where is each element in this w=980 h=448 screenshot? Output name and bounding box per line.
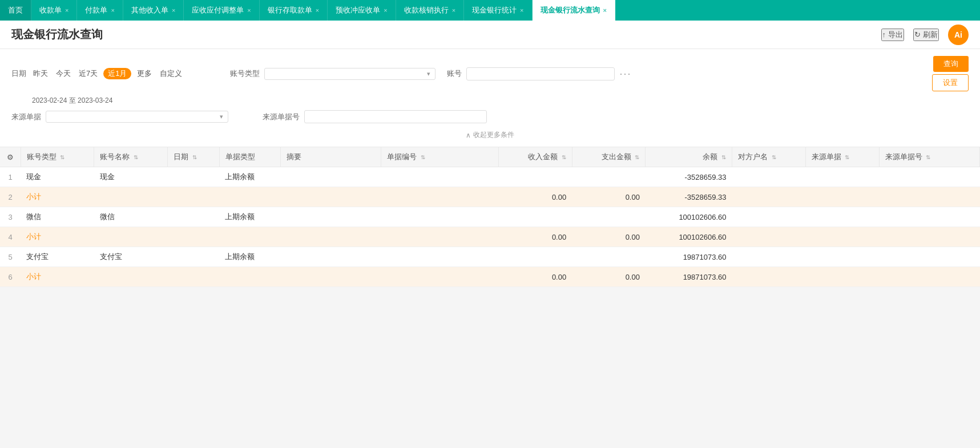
sort-icon: ⇅: [772, 154, 776, 160]
nav-item-fukuan[interactable]: 付款单 ×: [77, 0, 123, 21]
sort-icon: ⇅: [926, 154, 930, 160]
table-cell: 6: [0, 267, 21, 287]
col-doc-type[interactable]: 单据类型: [219, 147, 280, 167]
nav-item-bank-deposit[interactable]: 银行存取款单 ×: [260, 0, 328, 21]
nav-item-yingshou-adjust[interactable]: 应收应付调整单 ×: [184, 0, 259, 21]
nav-item-hexiao[interactable]: 收款核销执行 ×: [396, 0, 464, 21]
nav-close-icon[interactable]: ×: [384, 7, 387, 14]
table-cell: [168, 187, 220, 207]
shortcut-1month[interactable]: 近1月: [103, 68, 131, 79]
table-cell: [879, 207, 979, 227]
table-cell: [498, 247, 572, 267]
settings-icon[interactable]: ⚙: [7, 153, 14, 162]
col-expense[interactable]: 支出金额 ⇅: [572, 147, 646, 167]
nav-yushou-label: 预收冲应收单: [336, 5, 380, 15]
source-doc-select[interactable]: ▾: [46, 111, 228, 123]
col-balance-label: 余额: [703, 152, 717, 161]
ai-avatar[interactable]: Ai: [948, 25, 969, 45]
nav-item-other-income[interactable]: 其他收入单 ×: [123, 0, 184, 21]
table-cell: 上期余额: [219, 167, 280, 187]
shortcut-yesterday[interactable]: 昨天: [31, 68, 50, 79]
nav-item-yushou[interactable]: 预收冲应收单 ×: [328, 0, 396, 21]
source-doc-chevron: ▾: [220, 113, 223, 120]
col-income[interactable]: 收入金额 ⇅: [498, 147, 572, 167]
shortcut-more[interactable]: 更多: [135, 68, 154, 79]
table-cell: [94, 267, 168, 287]
table-cell: 现金: [94, 167, 168, 187]
table-cell: 0.00: [498, 267, 572, 287]
date-range-display: 2023-02-24 至 2023-03-24: [30, 96, 969, 106]
table-cell: [381, 167, 499, 187]
table-cell: 微信: [94, 207, 168, 227]
account-type-label: 账号类型: [230, 68, 260, 79]
sort-icon: ⇅: [562, 154, 566, 160]
nav-close-icon[interactable]: ×: [316, 7, 319, 14]
nav-close-icon[interactable]: ×: [452, 7, 455, 14]
nav-close-icon[interactable]: ×: [65, 7, 68, 14]
account-type-filter-group: 账号类型 ▾: [230, 68, 435, 80]
nav-close-icon[interactable]: ×: [247, 7, 251, 14]
table-cell: [219, 227, 280, 247]
table-cell: 小计: [21, 187, 94, 207]
shortcut-custom[interactable]: 自定义: [158, 68, 184, 79]
refresh-button[interactable]: ↻ 刷新: [913, 29, 939, 41]
sort-icon: ⇅: [845, 154, 849, 160]
account-filter-group: 账号 ···: [447, 67, 631, 80]
col-date-label: 日期: [174, 152, 188, 161]
table-cell: 上期余额: [219, 207, 280, 227]
col-doc-no[interactable]: 单据编号 ⇅: [381, 147, 499, 167]
table-cell: 小计: [21, 227, 94, 247]
table-row[interactable]: 2小计0.000.00-3528659.33: [0, 187, 980, 207]
collapse-bar[interactable]: ∧ 收起更多条件: [11, 128, 969, 140]
table-cell: [498, 207, 572, 227]
table-cell: [381, 267, 499, 287]
account-type-select[interactable]: ▾: [264, 68, 435, 80]
table-row[interactable]: 5支付宝支付宝上期余额19871073.60: [0, 247, 980, 267]
table-row[interactable]: 4小计0.000.00100102606.60: [0, 227, 980, 247]
more-icon[interactable]: ···: [619, 68, 631, 80]
col-source-doc-no[interactable]: 来源单据号 ⇅: [879, 147, 979, 167]
table-cell: [805, 167, 879, 187]
col-counterpart-label: 对方户名: [738, 152, 768, 161]
query-button[interactable]: 查询: [933, 56, 969, 72]
col-summary-label: 摘要: [287, 152, 301, 161]
table-cell: [879, 187, 979, 207]
nav-other-income-label: 其他收入单: [131, 5, 168, 15]
nav-close-icon[interactable]: ×: [172, 7, 175, 14]
table-cell: [732, 187, 806, 207]
table-cell: [280, 207, 381, 227]
table-cell: 100102606.60: [646, 207, 732, 227]
nav-close-icon[interactable]: ×: [520, 7, 523, 14]
nav-item-stats[interactable]: 现金银行统计 ×: [464, 0, 532, 21]
nav-item-home[interactable]: 首页: [0, 0, 31, 21]
nav-close-icon[interactable]: ×: [603, 7, 607, 14]
table-row[interactable]: 3微信微信上期余额100102606.60: [0, 207, 980, 227]
nav-item-shoukuan[interactable]: 收款单 ×: [31, 0, 77, 21]
page-title: 现金银行流水查询: [11, 27, 103, 42]
table-cell: [572, 207, 646, 227]
col-summary[interactable]: 摘要: [280, 147, 381, 167]
table-cell: [805, 187, 879, 207]
col-account-name[interactable]: 账号名称 ⇅: [94, 147, 168, 167]
col-doc-type-label: 单据类型: [225, 152, 255, 161]
shortcut-today[interactable]: 今天: [54, 68, 73, 79]
nav-item-flow[interactable]: 现金银行流水查询 ×: [533, 0, 615, 21]
export-button[interactable]: ↑ 导出: [881, 29, 905, 41]
col-settings[interactable]: ⚙: [0, 147, 21, 167]
shortcut-7days[interactable]: 近7天: [76, 68, 100, 79]
source-doc-no-input[interactable]: [304, 110, 487, 123]
account-input[interactable]: [466, 67, 615, 80]
nav-hexiao-label: 收款核销执行: [404, 5, 449, 15]
col-counterpart[interactable]: 对方户名 ⇅: [732, 147, 806, 167]
table-row[interactable]: 6小计0.000.0019871073.60: [0, 267, 980, 287]
col-source-doc[interactable]: 来源单据 ⇅: [805, 147, 879, 167]
table-cell: 1: [0, 167, 21, 187]
nav-close-icon[interactable]: ×: [111, 7, 114, 14]
col-balance[interactable]: 余额 ⇅: [646, 147, 732, 167]
col-account-type[interactable]: 账号类型 ⇅: [21, 147, 94, 167]
table-cell: 上期余额: [219, 247, 280, 267]
table-row[interactable]: 1现金现金上期余额-3528659.33: [0, 167, 980, 187]
settings-button[interactable]: 设置: [932, 74, 969, 91]
col-date[interactable]: 日期 ⇅: [168, 147, 220, 167]
table-cell: [280, 247, 381, 267]
